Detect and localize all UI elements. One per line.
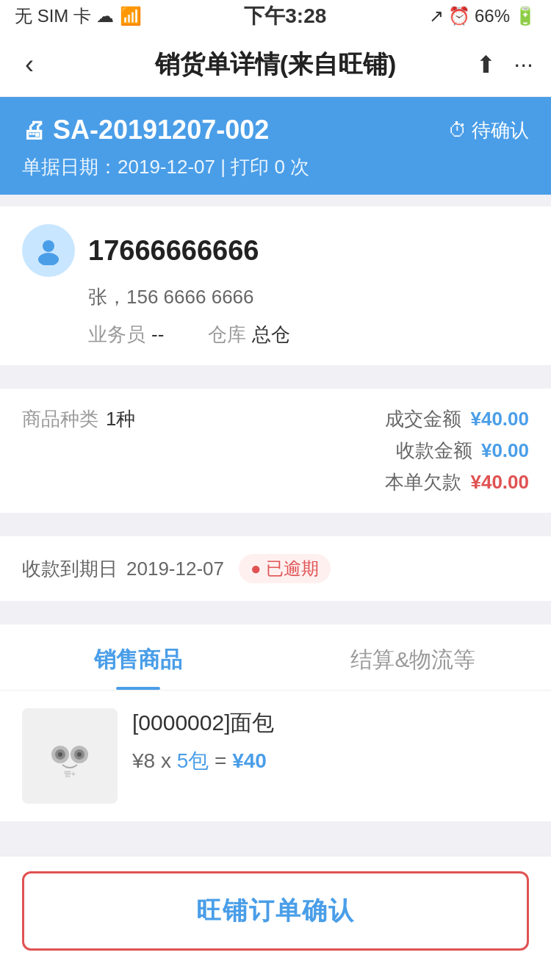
due-date-card: 收款到期日 2019-12-07 ● 已逾期 xyxy=(0,536,551,601)
received-label: 收款金额 xyxy=(396,438,472,464)
page-title: 销货单详情(来自旺铺) xyxy=(155,48,397,82)
tabs-container: 销售商品 结算&物流等 xyxy=(0,624,551,691)
product-total: ¥40 xyxy=(232,749,267,772)
battery-level: 66% xyxy=(475,6,510,26)
amount-item: 成交金额 ¥40.00 xyxy=(385,406,529,432)
product-unit-price: ¥8 x xyxy=(132,749,177,772)
status-left: 无 SIM 卡 ☁ 📶 xyxy=(15,4,142,28)
warehouse-value: 总仓 xyxy=(252,322,290,347)
customer-card: 17666666666 张，156 6666 6666 业务员 -- 仓库 总仓 xyxy=(0,206,551,365)
status-bar: 无 SIM 卡 ☁ 📶 下午3:28 ↗ ⏰ 66% 🔋 xyxy=(0,0,551,32)
svg-text:管+: 管+ xyxy=(64,770,76,778)
order-header: 🖨 SA-20191207-002 ⏱ 待确认 单据日期：2019-12-07 … xyxy=(0,97,551,195)
tab-products-label: 销售商品 xyxy=(94,647,182,671)
order-meta: 单据日期：2019-12-07 | 打印 0 次 xyxy=(22,154,529,180)
summary-row: 商品种类 1种 成交金额 ¥40.00 收款金额 ¥0.00 本单欠款 ¥40.… xyxy=(22,406,529,495)
customer-top: 17666666666 xyxy=(22,224,529,277)
owed-label: 本单欠款 xyxy=(385,469,461,495)
share-icon[interactable]: ⬆ xyxy=(476,51,496,79)
svg-point-0 xyxy=(43,240,54,252)
due-date-value: 2019-12-07 xyxy=(126,558,224,580)
owed-item: 本单欠款 ¥40.00 xyxy=(385,469,529,495)
customer-info-row: 业务员 -- 仓库 总仓 xyxy=(88,322,529,347)
overdue-badge: ● 已逾期 xyxy=(239,554,331,583)
clock-icon: ⏱ xyxy=(448,119,467,142)
customer-name: 张，156 6666 6666 xyxy=(88,284,529,310)
due-date-label: 收款到期日 xyxy=(22,556,118,582)
product-thumbnail: 管+ xyxy=(22,708,118,804)
received-value: ¥0.00 xyxy=(481,439,529,462)
order-id-text: SA-20191207-002 xyxy=(53,115,269,145)
product-info: [0000002]面包 ¥8 x 5包 = ¥40 xyxy=(132,708,274,775)
warehouse-label: 仓库 xyxy=(208,322,246,347)
amount-label: 成交金额 xyxy=(385,406,461,432)
overdue-text: 已逾期 xyxy=(266,557,319,580)
type-count: 1种 xyxy=(106,406,135,432)
warning-icon: ● xyxy=(251,558,262,579)
alarm-icon: ⏰ xyxy=(448,6,470,26)
nav-actions: ⬆ ··· xyxy=(476,51,533,79)
product-price: ¥8 x 5包 = ¥40 xyxy=(132,747,274,775)
tab-settlement-label: 结算&物流等 xyxy=(350,647,475,671)
received-item: 收款金额 ¥0.00 xyxy=(396,438,529,464)
summary-left: 商品种类 1种 xyxy=(22,406,135,432)
status-time: 下午3:28 xyxy=(244,2,326,30)
status-text: 待确认 xyxy=(472,118,529,143)
svg-point-1 xyxy=(38,253,59,265)
tab-products[interactable]: 销售商品 xyxy=(0,624,276,690)
salesperson-item: 业务员 -- xyxy=(88,322,164,347)
tab-settlement[interactable]: 结算&物流等 xyxy=(276,624,551,690)
owed-value: ¥40.00 xyxy=(470,471,529,494)
location-icon: ↗ xyxy=(429,6,444,26)
order-status: ⏱ 待确认 xyxy=(448,118,529,143)
salesperson-value: -- xyxy=(151,323,164,346)
more-icon[interactable]: ··· xyxy=(514,51,533,78)
type-label: 商品种类 xyxy=(22,406,98,432)
salesperson-label: 业务员 xyxy=(88,322,145,347)
summary-card: 商品种类 1种 成交金额 ¥40.00 收款金额 ¥0.00 本单欠款 ¥40.… xyxy=(0,389,551,513)
svg-point-7 xyxy=(77,752,82,757)
svg-point-6 xyxy=(58,752,62,757)
footer: 旺铺订单确认 xyxy=(0,856,551,980)
customer-avatar xyxy=(22,224,75,277)
amount-value: ¥40.00 xyxy=(470,408,529,430)
summary-right: 成交金额 ¥40.00 收款金额 ¥0.00 本单欠款 ¥40.00 xyxy=(385,406,529,495)
product-card: 管+ [0000002]面包 ¥8 x 5包 = ¥40 xyxy=(0,691,551,821)
product-qty: 5包 xyxy=(177,749,209,772)
order-icon: 🖨 xyxy=(22,117,46,144)
back-button[interactable]: ‹ xyxy=(18,42,41,87)
order-header-top: 🖨 SA-20191207-002 ⏱ 待确认 xyxy=(22,115,529,145)
wifi-icon: 📶 xyxy=(120,6,142,26)
confirm-button[interactable]: 旺铺订单确认 xyxy=(22,871,529,951)
battery-icon: 🔋 xyxy=(514,6,536,26)
warehouse-item: 仓库 总仓 xyxy=(208,322,290,347)
nav-bar: ‹ 销货单详情(来自旺铺) ⬆ ··· xyxy=(0,32,551,97)
customer-phone: 17666666666 xyxy=(88,235,259,267)
product-equals: = xyxy=(209,749,232,772)
order-id: 🖨 SA-20191207-002 xyxy=(22,115,269,145)
product-name: [0000002]面包 xyxy=(132,708,274,738)
status-right: ↗ ⏰ 66% 🔋 xyxy=(429,6,536,26)
sim-status: 无 SIM 卡 ☁ xyxy=(15,4,114,28)
